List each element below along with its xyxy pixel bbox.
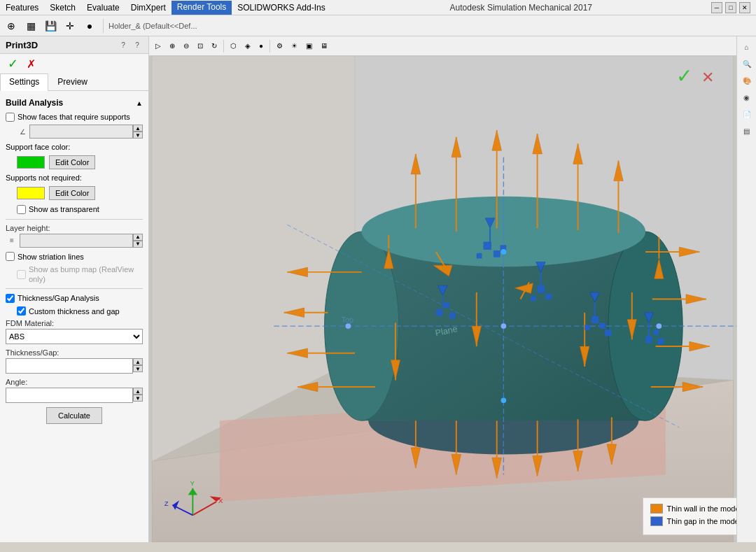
- toolbar-sep-1: [103, 19, 104, 33]
- vp-btn-fit[interactable]: ⊡: [194, 38, 206, 54]
- thickness-gap-spin-up[interactable]: ▲: [133, 358, 143, 365]
- divider-2: [6, 288, 143, 289]
- custom-thickness-label[interactable]: Custom thickness and gap: [29, 306, 120, 316]
- toolbar-btn-2[interactable]: ▦: [22, 17, 39, 34]
- svg-rect-76: [436, 309, 443, 316]
- section-collapse-icon[interactable]: ▲: [136, 99, 143, 107]
- thickness-gap-value-input[interactable]: 2.500mm: [6, 358, 133, 374]
- vp-btn-rotate[interactable]: ↻: [208, 38, 220, 54]
- vp-btn-zoom-out[interactable]: ⊖: [180, 38, 192, 54]
- vp-btn-zoom-in[interactable]: ⊕: [166, 38, 178, 54]
- legend-item-orange: Thin wall in the model: [650, 504, 741, 514]
- show-transparent-label[interactable]: Show as transparent: [29, 204, 99, 214]
- angle-spin-up[interactable]: ▲: [133, 125, 143, 132]
- minimize-btn[interactable]: ─: [711, 2, 722, 13]
- rt-home-btn[interactable]: ⌂: [739, 39, 755, 55]
- thickness-gap-spin-down[interactable]: ▼: [133, 365, 143, 372]
- fdm-material-select[interactable]: ABS PLA Nylon PETG: [6, 329, 143, 344]
- main-layout: Print3D ? ? ✓ ✗ Settings Preview Build A…: [0, 36, 756, 542]
- check-overlay: ✓ ✕: [676, 64, 714, 87]
- show-bump-checkbox[interactable]: [17, 270, 26, 279]
- angle-label: Angle:: [6, 378, 143, 386]
- angle-input-group: 45.00deg ▲ ▼: [29, 125, 143, 139]
- vp-btn-3d[interactable]: ⬡: [227, 38, 240, 54]
- angle-value-spin-up[interactable]: ▲: [133, 388, 143, 395]
- help-icon[interactable]: ?: [118, 39, 129, 50]
- show-faces-label[interactable]: Show faces that require supports: [18, 112, 130, 122]
- layer-height-spin-down[interactable]: ▼: [133, 241, 143, 248]
- rt-circle-btn[interactable]: ◉: [739, 90, 755, 105]
- show-striation-checkbox[interactable]: [6, 252, 15, 261]
- thickness-gap-checkbox[interactable]: [6, 294, 15, 303]
- custom-thickness-row: Custom thickness and gap: [6, 306, 143, 316]
- info-icon[interactable]: ?: [132, 39, 143, 50]
- app-title: Autodesk Simulation Mechanical 2017: [331, 3, 711, 13]
- menu-evaluate[interactable]: Evaluate: [81, 1, 125, 14]
- svg-point-99: [501, 249, 507, 255]
- angle-value-spin-down[interactable]: ▼: [133, 395, 143, 402]
- toolbar-btn-4[interactable]: ✛: [62, 17, 78, 34]
- menu-sketch[interactable]: Sketch: [44, 1, 81, 14]
- main-toolbar: ⊕ ▦ 💾 ✛ ● Holder_& (Default<<Def...: [0, 15, 756, 36]
- confirm-ok-btn[interactable]: ✓: [6, 57, 20, 71]
- panel-header: Print3D ? ?: [0, 36, 148, 54]
- vp-btn-view[interactable]: ◈: [241, 38, 254, 54]
- svg-rect-74: [545, 294, 552, 300]
- angle-input[interactable]: 45.00deg: [29, 125, 133, 139]
- vp-btn-lighting[interactable]: ☀: [288, 38, 301, 54]
- show-faces-checkbox[interactable]: [6, 113, 15, 122]
- angle-input-row: ∠ 45.00deg ▲ ▼: [6, 125, 143, 139]
- angle-spin: ▲ ▼: [133, 125, 143, 139]
- left-panel: Print3D ? ? ✓ ✗ Settings Preview Build A…: [0, 36, 149, 542]
- support-face-color-swatch[interactable]: [17, 156, 45, 169]
- custom-thickness-checkbox[interactable]: [17, 306, 26, 316]
- supports-not-required-swatch[interactable]: [17, 187, 45, 199]
- legend-color-blue: [650, 516, 663, 526]
- show-striation-label[interactable]: Show striation lines: [18, 252, 84, 262]
- layer-height-spin-up[interactable]: ▲: [133, 234, 143, 241]
- show-transparent-row: Show as transparent: [6, 204, 143, 214]
- menu-sw-addins[interactable]: SOLIDWORKS Add-Ins: [232, 1, 330, 14]
- menu-dimxpert[interactable]: DimXpert: [125, 1, 172, 14]
- show-transparent-checkbox[interactable]: [17, 205, 26, 214]
- vp-btn-settings[interactable]: ⚙: [273, 38, 286, 54]
- menu-render-tools[interactable]: Render Tools: [172, 1, 232, 15]
- rt-doc-btn[interactable]: 📄: [739, 106, 755, 122]
- calculate-btn[interactable]: Calculate: [46, 407, 102, 424]
- tab-preview[interactable]: Preview: [48, 73, 97, 90]
- layer-height-input[interactable]: 0.500mm: [20, 234, 133, 248]
- toolbar-btn-1[interactable]: ⊕: [3, 17, 20, 34]
- angle-value-input[interactable]: 178.00deg: [6, 388, 133, 403]
- rt-search-btn[interactable]: 🔍: [739, 56, 755, 71]
- vp-btn-scene[interactable]: 🖥: [317, 38, 331, 54]
- menu-features[interactable]: Features: [0, 1, 44, 14]
- rt-list-btn[interactable]: ▤: [739, 123, 755, 139]
- maximize-btn[interactable]: □: [725, 2, 736, 13]
- vp-btn-display[interactable]: ●: [255, 38, 267, 54]
- toolbar-btn-3[interactable]: 💾: [42, 17, 59, 34]
- svg-point-100: [501, 397, 507, 403]
- close-btn[interactable]: ✕: [739, 2, 750, 13]
- confirm-cancel-btn[interactable]: ✗: [24, 57, 38, 71]
- rt-color-btn[interactable]: 🎨: [739, 73, 755, 88]
- edit-not-required-color-btn[interactable]: Edit Color: [49, 186, 95, 200]
- svg-rect-77: [444, 302, 449, 308]
- thickness-gap-analysis-row: Thickness/Gap Analysis: [6, 293, 143, 303]
- vp-top-bar: ▷ ⊕ ⊖ ⊡ ↻ ⬡ ◈ ● ⚙ ☀ ▣ 🖥: [149, 36, 736, 56]
- svg-text:Y: Y: [190, 479, 195, 487]
- angle-spin-down[interactable]: ▼: [133, 132, 143, 139]
- toolbar-btn-5[interactable]: ●: [81, 17, 98, 34]
- thickness-gap-label[interactable]: Thickness/Gap Analysis: [18, 293, 99, 303]
- svg-text:Z: Z: [164, 500, 169, 507]
- vp-btn-1[interactable]: ▷: [152, 38, 164, 54]
- support-face-color-label: Support face color:: [6, 143, 70, 151]
- legend-item-blue: Thin gap in the model: [650, 516, 741, 526]
- svg-rect-78: [449, 313, 456, 319]
- model-viewport[interactable]: X Y Z Plane Top: [149, 56, 736, 542]
- panel-confirm: ✓ ✗: [0, 54, 148, 73]
- svg-rect-85: [657, 338, 664, 344]
- edit-support-color-btn[interactable]: Edit Color: [49, 155, 95, 169]
- layer-icon: ≡: [6, 234, 18, 247]
- tab-settings[interactable]: Settings: [0, 73, 48, 91]
- vp-btn-section[interactable]: ▣: [302, 38, 316, 54]
